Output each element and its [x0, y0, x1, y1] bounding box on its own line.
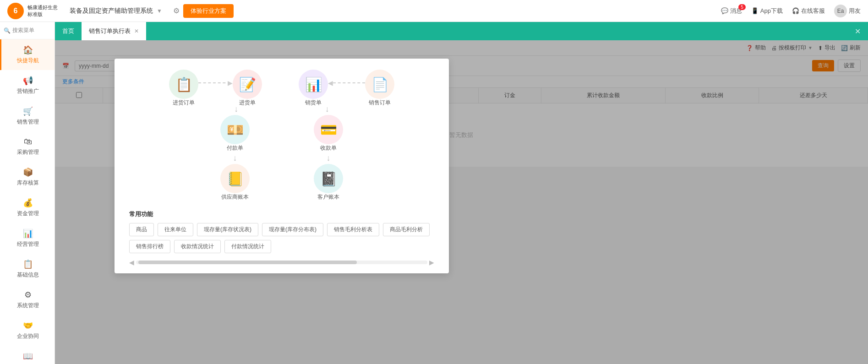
func-buttons-row2: 销售排行榜 收款情况统计 付款情况统计 [129, 240, 434, 253]
common-title: 常用功能 [129, 210, 434, 218]
receipt-label: 收款单 [320, 144, 337, 152]
sidebar-item-operations[interactable]: 📊 经营管理 [0, 223, 55, 254]
top-header: 6 畅康通好生意 标准版 装备及固定资产辅助管理系统 ▼ ⚙ 体验行业方案 💬 … [0, 0, 868, 22]
system-title: 装备及固定资产辅助管理系统 [70, 7, 153, 15]
system-dropdown-btn[interactable]: ▼ [157, 8, 162, 14]
tab-bar-close-btn[interactable]: ✕ [847, 27, 868, 36]
tab-close-btn[interactable]: ✕ [134, 28, 139, 34]
flow-node-supplier-ledger: 📒 供应商账本 [220, 164, 250, 201]
basic-info-icon: 📋 [23, 259, 33, 269]
tab-home[interactable]: 首页 [55, 22, 82, 40]
flow-row-3: 📒 供应商账本 📓 客户账本 [129, 164, 434, 201]
flow-node-customer-ledger: 📓 客户账本 [314, 164, 343, 201]
sidebar-item-basic-info[interactable]: 📋 基础信息 [0, 254, 55, 284]
marketing-icon: 📢 [23, 76, 33, 86]
experience-btn[interactable]: 体验行业方案 [183, 4, 234, 18]
system-icon: ⚙ [24, 290, 32, 300]
supplier-ledger-circle[interactable]: 📒 [220, 164, 250, 193]
message-badge: 5 [738, 4, 746, 10]
func-btn-product[interactable]: 商品 [129, 223, 154, 236]
func-btn-stock-status[interactable]: 现存量(库存状况表) [197, 223, 258, 236]
overlay: 📋 进货订单 ▶ 📝 [55, 40, 868, 364]
sidebar-item-newbie[interactable]: 📖 新手引导 [0, 346, 55, 364]
search-icon: 🔍 [4, 27, 11, 34]
header-settings: ⚙ [173, 6, 180, 15]
header-title-area: 装备及固定资产辅助管理系统 ▼ ⚙ 体验行业方案 [62, 4, 721, 18]
finance-icon: 💰 [23, 198, 33, 208]
down-arrow-sales-bill: ↓ [312, 105, 342, 113]
flow-row-2: 💴 付款单 💳 收款单 [129, 115, 434, 152]
func-btn-receipt-stats[interactable]: 收款情况统计 [174, 240, 221, 253]
scroll-left-btn[interactable]: ◀ [129, 259, 134, 266]
message-icon: 💬 [721, 7, 728, 14]
purchase-order-circle[interactable]: 📋 [169, 70, 198, 99]
sidebar-search[interactable]: 🔍 搜索菜单 [0, 22, 55, 39]
scroll-right-btn[interactable]: ▶ [429, 259, 434, 266]
func-btn-payment-stats[interactable]: 付款情况统计 [224, 240, 271, 253]
newbie-icon: 📖 [23, 351, 33, 361]
page-content: ❓ 帮助 🖨 按模板打印 ▼ ⬆ 导出 🔄 刷新 [55, 40, 868, 364]
flow-node-purchase-bill: 📝 进货单 [233, 70, 262, 107]
online-service-item[interactable]: 🎧 在线客服 [792, 7, 825, 15]
sidebar-item-system[interactable]: ⚙ 系统管理 [0, 284, 55, 315]
common-functions: 常用功能 商品 往来单位 现存量(库存状况表) 现存量(库存分布表) 销售毛利分… [129, 210, 434, 253]
func-btn-sales-profit[interactable]: 销售毛利分析表 [327, 223, 379, 236]
app-download-item[interactable]: 📱 App下载 [751, 7, 783, 15]
sidebar-item-enterprise[interactable]: 🤝 企业协同 [0, 315, 55, 346]
sales-icon: 🛒 [23, 106, 33, 116]
message-item[interactable]: 💬 消息 5 [721, 7, 742, 15]
sales-order-circle[interactable]: 📄 [365, 70, 394, 99]
connector-1: ▶ [198, 79, 233, 98]
purchase-bill-circle[interactable]: 📝 [233, 70, 262, 99]
receipt-circle[interactable]: 💳 [314, 115, 343, 144]
customer-ledger-label: 客户账本 [317, 193, 339, 201]
sidebar-item-purchase[interactable]: 🛍 采购管理 [0, 131, 55, 162]
tab-bar: 首页 销售订单执行表 ✕ ✕ [55, 22, 868, 40]
customer-ledger-circle[interactable]: 📓 [314, 164, 343, 193]
func-btn-contacts[interactable]: 往来单位 [158, 223, 193, 236]
sidebar: 🔍 搜索菜单 🏠 快捷导航 📢 营销推广 🛒 销售管理 🛍 采购管理 📦 库存核… [0, 22, 55, 364]
sidebar-item-sales[interactable]: 🛒 销售管理 [0, 101, 55, 131]
settings-icon[interactable]: ⚙ [173, 6, 180, 15]
logo-area: 6 畅康通好生意 标准版 [7, 3, 62, 19]
inventory-icon: 📦 [23, 167, 33, 177]
func-buttons-row1: 商品 往来单位 现存量(库存状况表) 现存量(库存分布表) 销售毛利分析表 商品… [129, 223, 434, 236]
sidebar-item-finance[interactable]: 💰 资金管理 [0, 192, 55, 223]
down-arrow-purchase: ↓ [222, 105, 251, 113]
flow-node-purchase-order: 📋 进货订单 [169, 70, 198, 107]
supplier-ledger-label: 供应商账本 [221, 193, 249, 201]
scroll-area: ◀ ▶ [129, 259, 434, 266]
payment-circle[interactable]: 💴 [220, 115, 250, 144]
sidebar-item-quick-guide[interactable]: 🏠 快捷导航 [0, 39, 55, 70]
flow-node-receipt: 💳 收款单 [314, 115, 343, 152]
main-layout: 🔍 搜索菜单 🏠 快捷导航 📢 营销推广 🛒 销售管理 🛍 采购管理 📦 库存核… [0, 22, 868, 364]
quick-guide-popup: 📋 进货订单 ▶ 📝 [115, 59, 449, 273]
user-item[interactable]: Ea 用友 [834, 5, 861, 17]
flow-row-1: 📋 进货订单 ▶ 📝 [129, 70, 434, 107]
tab-sales-order-exec[interactable]: 销售订单执行表 ✕ [82, 22, 146, 40]
service-icon: 🎧 [792, 7, 799, 14]
purchase-icon: 🛍 [24, 137, 32, 147]
flow-node-payment: 💴 付款单 [220, 115, 250, 152]
func-btn-sales-rank[interactable]: 销售排行榜 [129, 240, 170, 253]
avatar: Ea [834, 5, 847, 17]
app-icon: 📱 [751, 7, 759, 14]
down-arrow-payment: ↓ [220, 154, 250, 162]
sidebar-item-inventory[interactable]: 📦 库存核算 [0, 162, 55, 192]
flow-node-sales-bill: 📊 销货单 [299, 70, 328, 107]
logo-icon: 6 [7, 3, 24, 19]
content-area: 首页 销售订单执行表 ✕ ✕ ❓ 帮助 🖨 按模板打印 [55, 22, 868, 364]
sidebar-item-marketing[interactable]: 📢 营销推广 [0, 70, 55, 101]
operations-icon: 📊 [23, 228, 33, 239]
logo-text: 畅康通好生意 标准版 [27, 4, 58, 17]
quick-guide-icon: 🏠 [23, 45, 33, 55]
flow-node-sales-order: 📄 销售订单 [365, 70, 394, 107]
scroll-thumb [138, 261, 357, 264]
sales-bill-circle[interactable]: 📊 [299, 70, 328, 99]
connector-2: ◀ [328, 79, 365, 98]
func-btn-product-profit[interactable]: 商品毛利分析 [383, 223, 430, 236]
down-arrow-receipt: ↓ [314, 154, 343, 162]
down-arrows-row2: ↓ ↓ [129, 154, 434, 162]
func-btn-stock-dist[interactable]: 现存量(库存分布表) [262, 223, 323, 236]
payment-label: 付款单 [227, 144, 243, 152]
